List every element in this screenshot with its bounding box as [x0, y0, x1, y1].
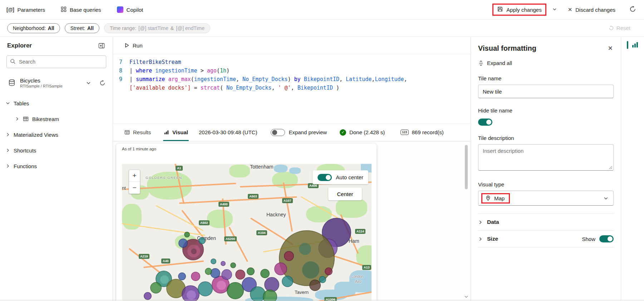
map-bubble-inner: [217, 281, 226, 290]
map-bubble[interactable]: [182, 285, 200, 301]
map-zoom-control: + −: [129, 170, 140, 194]
tab-visual[interactable]: Visual: [164, 124, 188, 141]
tab-results[interactable]: Results: [124, 124, 151, 141]
scrollbar-thumb[interactable]: [465, 145, 468, 189]
map-bubble[interactable]: [205, 268, 212, 275]
street-filter-pill[interactable]: Street: All: [65, 23, 99, 33]
park-area: [229, 165, 250, 177]
map-bubble[interactable]: [211, 259, 216, 264]
size-show-toggle[interactable]: [599, 235, 614, 242]
visual-chart-icon: [164, 130, 169, 135]
map-bubble[interactable]: [260, 269, 270, 278]
base-queries-button[interactable]: Base queries: [61, 6, 101, 13]
search-input[interactable]: [6, 55, 106, 68]
map-bubble[interactable]: [284, 251, 294, 261]
search-icon: [10, 59, 16, 64]
tree-item-bikestream[interactable]: Bikestream: [0, 111, 113, 127]
record-count-icon: 123: [400, 130, 408, 135]
panel-title: Visual formatting: [478, 44, 536, 52]
tile-description-input[interactable]: [478, 144, 614, 171]
map-bubble[interactable]: [325, 267, 333, 275]
map-bubble[interactable]: [227, 282, 244, 299]
expand-preview-toggle[interactable]: [271, 129, 285, 136]
database-switch-button[interactable]: [85, 80, 92, 86]
map-bubble[interactable]: [191, 272, 200, 281]
zoom-in-button[interactable]: +: [129, 170, 140, 182]
map-bubble[interactable]: [274, 262, 287, 275]
map-bubble[interactable]: [235, 270, 245, 280]
map-bubble[interactable]: [150, 282, 162, 294]
query-timestamp: 2026-03-30 09:48 (UTC): [199, 129, 257, 135]
visual-type-select[interactable]: Map: [478, 191, 614, 206]
code-editor[interactable]: 7FilterBikeStream8| where ingestionTime …: [113, 54, 471, 119]
map-bubble[interactable]: [144, 292, 152, 300]
show-label: Show: [582, 236, 595, 242]
auto-center-toggle[interactable]: [318, 174, 332, 181]
park-area: [207, 210, 233, 228]
tab-results-label: Results: [133, 129, 151, 135]
section-size[interactable]: Size Show: [478, 231, 614, 247]
database-item[interactable]: Bicycles RTISample / RTISample: [0, 77, 113, 88]
map-bubble[interactable]: [221, 269, 232, 280]
parameters-button[interactable]: [@] Parameters: [6, 7, 45, 13]
map-bubble[interactable]: [230, 262, 236, 268]
center-button[interactable]: Center: [328, 187, 362, 200]
road-badge: A114: [355, 229, 365, 234]
copilot-label: Copilot: [127, 7, 143, 13]
map-bubble[interactable]: [319, 276, 326, 283]
code-line[interactable]: 9| summarize arg_max(ingestionTime, No_E…: [113, 75, 471, 84]
run-button[interactable]: Run: [124, 42, 143, 49]
map-bubble[interactable]: [178, 239, 188, 248]
code-line[interactable]: 8| where ingestionTime > ago(1h): [113, 66, 471, 75]
tree-item-materialized-views[interactable]: Materialized Views: [0, 127, 113, 142]
scrollbar-down-arrow[interactable]: [464, 295, 468, 299]
zoom-out-button[interactable]: −: [129, 182, 140, 194]
copilot-button[interactable]: Copilot: [117, 6, 143, 13]
road-line: [228, 227, 248, 262]
code-line[interactable]: 7FilterBikeStream: [113, 58, 471, 66]
map-bubble[interactable]: [198, 237, 206, 244]
close-icon: ✕: [568, 6, 572, 13]
hide-tile-name-toggle[interactable]: [478, 119, 492, 126]
map-place-label: GOLDERS GREEN: [146, 176, 182, 180]
database-name: Bicycles: [20, 77, 63, 84]
vertical-scrollbar[interactable]: [464, 143, 468, 301]
map-visual[interactable]: + − Auto center Center A1A406A503A400A10…: [122, 164, 372, 301]
map-bubble[interactable]: [221, 261, 226, 266]
collapse-pane-button[interactable]: [98, 42, 105, 50]
discard-changes-button[interactable]: ✕ Discard changes: [568, 6, 615, 13]
resize-grip-icon[interactable]: [609, 166, 612, 169]
code-line[interactable]: ['available docks'] = strcat( No_Empty_D…: [113, 84, 471, 92]
time-range-end: [@] endTime: [176, 25, 205, 31]
refresh-button[interactable]: [628, 4, 638, 15]
map-pin-icon: [485, 195, 491, 201]
section-data[interactable]: Data: [478, 214, 614, 230]
map-place-label: London: [352, 275, 363, 279]
tab-visual-label: Visual: [172, 129, 188, 135]
apply-changes-button[interactable]: Apply changes: [497, 6, 541, 13]
bar-chart-icon[interactable]: [631, 41, 639, 48]
collapse-pane-icon: [98, 42, 105, 49]
map-bubble[interactable]: [247, 267, 255, 275]
apply-changes-dropdown-chevron[interactable]: [551, 6, 558, 14]
filter-bar: Neighborhood: All Street: All Time range…: [0, 20, 644, 37]
tile-name-input[interactable]: [478, 85, 614, 98]
tree-item-tables[interactable]: Tables: [0, 95, 113, 111]
close-panel-button[interactable]: ✕: [607, 44, 614, 53]
tree-item-shortcuts[interactable]: Shortcuts: [0, 142, 113, 158]
tree-item-functions[interactable]: Functions: [0, 158, 113, 174]
apply-changes-icon: [497, 6, 503, 13]
toolbar-left-group: [@] Parameters Base queries Copilot: [6, 6, 143, 13]
map-bubble[interactable]: [178, 272, 186, 280]
neighborhood-filter-pill[interactable]: Neighborhood: All: [7, 23, 60, 33]
map-bubble[interactable]: [309, 280, 321, 291]
map-bubble[interactable]: [282, 276, 293, 287]
expand-all-button[interactable]: Expand all: [478, 60, 512, 66]
reset-button[interactable]: Reset: [609, 25, 630, 31]
database-icon: [8, 79, 16, 87]
map-bubble[interactable]: [184, 232, 190, 237]
map-bubble[interactable]: [263, 290, 277, 301]
map-bubble[interactable]: [198, 281, 213, 296]
database-refresh-button[interactable]: [99, 79, 106, 87]
active-pane-indicator: [627, 41, 628, 49]
